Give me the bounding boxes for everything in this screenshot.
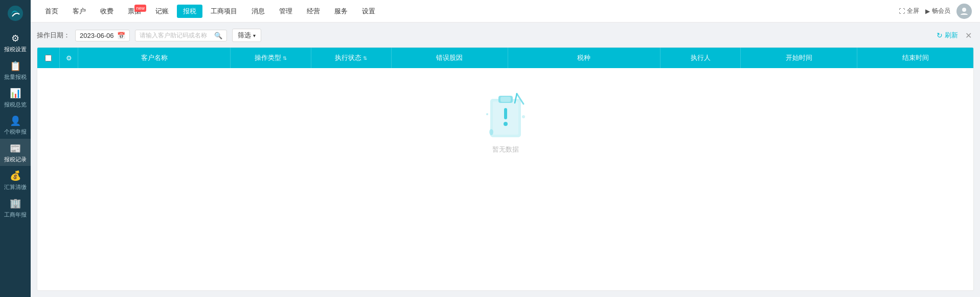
fullscreen-btn[interactable]: ⛶ 全屏 xyxy=(899,7,919,15)
date-value: 2023-06-06 xyxy=(80,32,114,39)
toolbar: 操作日期： 2023-06-06 📅 🔍 筛选 ▾ ↻ 刷新 ✕ xyxy=(37,29,974,42)
svg-point-12 xyxy=(486,113,488,115)
personal-tax-icon: 👤 xyxy=(10,115,21,127)
date-label: 操作日期： xyxy=(37,31,70,40)
sidebar-item-tax-overview[interactable]: 📊 报税总览 xyxy=(0,83,31,111)
user-avatar[interactable] xyxy=(956,4,972,19)
nav-messages[interactable]: 消息 xyxy=(245,5,271,18)
topbar-right: ⛶ 全屏 ▶ 畅会员 xyxy=(899,4,972,19)
search-icon[interactable]: 🔍 xyxy=(214,32,222,39)
chevron-down-icon: ▾ xyxy=(253,33,256,38)
sidebar-item-personal-tax[interactable]: 👤 个税申报 xyxy=(0,111,31,139)
fullscreen-label: 全屏 xyxy=(907,7,919,15)
nav-customer[interactable]: 客户 xyxy=(66,5,92,18)
settings-icon: ⚙ xyxy=(66,54,72,62)
th-error-label: 错误股因 xyxy=(436,53,463,62)
empty-state: 暂无数据 xyxy=(37,68,973,175)
th-taxtype: 税种 xyxy=(508,48,660,68)
sidebar-item-tax-settings-label: 报税设置 xyxy=(4,46,27,53)
th-optype[interactable]: 操作类型 ⇅ xyxy=(231,48,311,68)
optype-sort-icon: ⇅ xyxy=(283,55,287,61)
th-executor: 执行人 xyxy=(660,48,741,68)
sidebar-item-settlement-label: 汇算清缴 xyxy=(4,183,27,190)
calendar-icon: 📅 xyxy=(117,32,125,39)
th-endtime: 结束时间 xyxy=(857,48,973,68)
app-logo[interactable] xyxy=(6,4,25,23)
tax-settings-icon: ⚙ xyxy=(11,33,19,45)
th-optype-label: 操作类型 xyxy=(255,53,281,62)
table-body: 暂无数据 xyxy=(37,68,973,290)
th-status-label: 执行状态 xyxy=(335,53,361,62)
topbar: 首页 客户 收费 票据 new 记账 报税 工商项目 消息 管理 经营 服务 设… xyxy=(31,0,980,23)
top-nav: 首页 客户 收费 票据 new 记账 报税 工商项目 消息 管理 经营 服务 设… xyxy=(39,5,899,18)
refresh-label: 刷新 xyxy=(945,31,958,40)
empty-text: 暂无数据 xyxy=(492,145,519,154)
sidebar-item-annual-report-label: 工商年报 xyxy=(4,211,27,218)
sidebar-item-tax-records-label: 报税记录 xyxy=(4,156,27,163)
svg-point-11 xyxy=(522,115,525,118)
settlement-icon: 💰 xyxy=(10,170,21,182)
empty-illustration xyxy=(480,89,531,145)
th-executor-label: 执行人 xyxy=(691,53,711,62)
th-starttime-label: 开始时间 xyxy=(786,53,812,62)
nav-accounts[interactable]: 记账 xyxy=(149,5,175,18)
th-client-label: 客户名称 xyxy=(141,53,168,62)
th-status[interactable]: 执行状态 ⇅ xyxy=(311,48,392,68)
nav-invoice[interactable]: 票据 new xyxy=(122,5,147,18)
nav-home[interactable]: 首页 xyxy=(39,5,64,18)
nav-industrial[interactable]: 工商项目 xyxy=(204,5,243,18)
th-settings[interactable]: ⚙ xyxy=(60,48,78,68)
filter-button[interactable]: 筛选 ▾ xyxy=(232,29,261,42)
nav-operations[interactable]: 经营 xyxy=(301,5,326,18)
th-taxtype-label: 税种 xyxy=(577,53,590,62)
sidebar-item-batch-tax-label: 批量报税 xyxy=(4,73,27,80)
th-client: 客户名称 xyxy=(78,48,231,68)
nav-services[interactable]: 服务 xyxy=(328,5,354,18)
svg-point-10 xyxy=(489,129,493,135)
annual-report-icon: 🏢 xyxy=(10,198,21,209)
sidebar-item-settlement[interactable]: 💰 汇算清缴 xyxy=(0,166,31,194)
status-sort-icon: ⇅ xyxy=(363,55,367,61)
select-all-checkbox[interactable] xyxy=(45,55,52,61)
close-button[interactable]: ✕ xyxy=(963,30,974,41)
search-box: 🔍 xyxy=(135,30,227,41)
sidebar-item-tax-settings[interactable]: ⚙ 报税设置 xyxy=(0,29,31,56)
nav-billing[interactable]: 收费 xyxy=(94,5,120,18)
th-endtime-label: 结束时间 xyxy=(902,53,929,62)
filter-label: 筛选 xyxy=(238,31,251,40)
member-label: 畅会员 xyxy=(932,7,950,15)
sidebar: ⚙ 报税设置 📋 批量报税 📊 报税总览 👤 个税申报 📰 报税记录 💰 汇算清… xyxy=(0,0,31,297)
member-btn[interactable]: ▶ 畅会员 xyxy=(925,7,950,15)
member-icon: ▶ xyxy=(925,8,930,15)
new-badge: new xyxy=(134,5,146,12)
svg-point-7 xyxy=(504,122,508,126)
th-checkbox[interactable] xyxy=(37,48,60,68)
th-starttime: 开始时间 xyxy=(741,48,857,68)
main-area: 首页 客户 收费 票据 new 记账 报税 工商项目 消息 管理 经营 服务 设… xyxy=(31,0,980,297)
tax-overview-icon: 📊 xyxy=(10,88,21,99)
table-header: ⚙ 客户名称 操作类型 ⇅ 执行状态 ⇅ 错误股因 税种 xyxy=(37,48,973,68)
date-picker[interactable]: 2023-06-06 📅 xyxy=(75,30,130,41)
content-area: 操作日期： 2023-06-06 📅 🔍 筛选 ▾ ↻ 刷新 ✕ xyxy=(31,23,980,297)
batch-tax-icon: 📋 xyxy=(10,60,21,72)
sidebar-item-annual-report[interactable]: 🏢 工商年报 xyxy=(0,194,31,221)
table-container: ⚙ 客户名称 操作类型 ⇅ 执行状态 ⇅ 错误股因 税种 xyxy=(37,47,974,291)
sidebar-item-tax-overview-label: 报税总览 xyxy=(4,101,27,108)
tax-records-icon: 📰 xyxy=(10,143,21,155)
nav-management[interactable]: 管理 xyxy=(273,5,299,18)
sidebar-item-tax-records[interactable]: 📰 报税记录 xyxy=(0,139,31,166)
refresh-button[interactable]: ↻ 刷新 xyxy=(937,31,958,40)
svg-rect-5 xyxy=(500,97,511,102)
nav-settings[interactable]: 设置 xyxy=(356,5,381,18)
th-error: 错误股因 xyxy=(392,48,508,68)
svg-rect-6 xyxy=(504,108,507,119)
nav-tax-report[interactable]: 报税 xyxy=(177,5,202,18)
svg-point-1 xyxy=(962,8,966,12)
search-input[interactable] xyxy=(140,32,211,39)
sidebar-item-batch-tax[interactable]: 📋 批量报税 xyxy=(0,56,31,84)
sidebar-item-personal-tax-label: 个税申报 xyxy=(4,128,27,135)
fullscreen-icon: ⛶ xyxy=(899,8,905,15)
refresh-icon: ↻ xyxy=(937,31,943,39)
